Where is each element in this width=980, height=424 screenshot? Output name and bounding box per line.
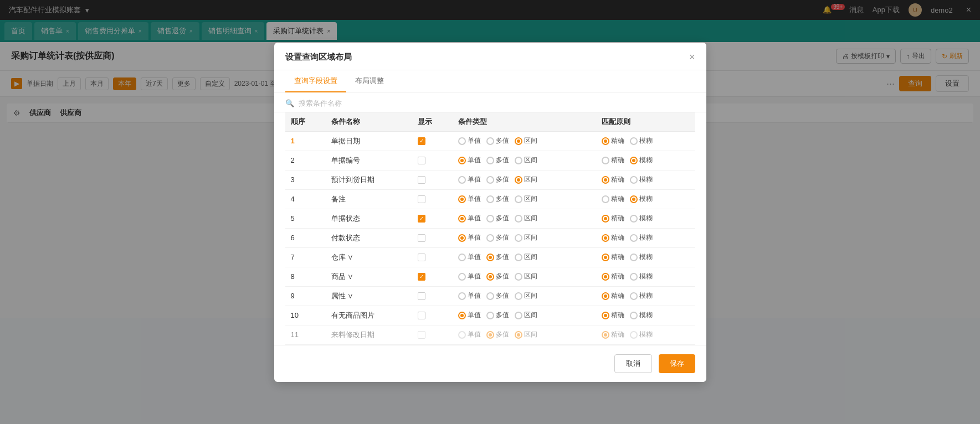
cell-match: 精确模糊 [596, 170, 695, 189]
modal-tab-query-fields-label: 查询字段设置 [294, 76, 337, 85]
radio-multi[interactable]: 多值 [486, 233, 509, 242]
cell-display[interactable] [412, 151, 453, 170]
cell-condition-type: 单值多值区间 [453, 209, 596, 228]
radio-circle-match-fuzzy [630, 176, 638, 184]
radio-match-exact[interactable]: 精确 [602, 214, 624, 223]
cell-name: 属性 ∨ [326, 286, 412, 306]
radio-circle-match-exact [602, 234, 609, 242]
radio-match-fuzzy[interactable]: 模糊 [630, 214, 653, 223]
cell-display[interactable]: ✓ [412, 267, 453, 286]
table-row: 7仓库 ∨单值多值区间精确模糊 [285, 247, 695, 267]
display-checkbox[interactable]: ✓ [418, 273, 425, 281]
cell-display[interactable] [412, 228, 453, 247]
radio-range[interactable]: 区间 [515, 136, 537, 146]
display-checkbox[interactable] [418, 176, 425, 184]
radio-single[interactable]: 单值 [458, 291, 481, 301]
modal-table: 顺序 条件名称 显示 条件类型 匹配原则 1单据日期✓单值多值区间精确模糊2单据… [285, 112, 695, 319]
radio-multi[interactable]: 多值 [486, 156, 509, 165]
cell-display[interactable] [412, 189, 453, 209]
radio-single[interactable]: 单值 [458, 136, 481, 146]
radio-circle-match-fuzzy [630, 137, 638, 145]
radio-circle-match-exact [602, 157, 609, 164]
th-name: 条件名称 [326, 112, 412, 132]
radio-match-fuzzy[interactable]: 模糊 [630, 175, 653, 184]
radio-single[interactable]: 单值 [458, 214, 481, 223]
radio-single[interactable]: 单值 [458, 175, 481, 184]
modal-tab-layout-label: 布局调整 [355, 76, 384, 85]
radio-circle-range [515, 215, 522, 223]
radio-range[interactable]: 区间 [515, 233, 537, 242]
radio-multi[interactable]: 多值 [486, 175, 509, 184]
radio-match-exact[interactable]: 精确 [602, 156, 624, 165]
radio-circle-single [458, 273, 466, 281]
cell-display[interactable] [412, 286, 453, 306]
radio-match-exact[interactable]: 精确 [602, 272, 624, 281]
modal-tab-query-fields[interactable]: 查询字段设置 [285, 70, 346, 92]
radio-circle-multi [486, 157, 494, 164]
radio-circle-match-fuzzy [630, 254, 638, 261]
radio-multi[interactable]: 多值 [486, 194, 509, 204]
radio-match-fuzzy[interactable]: 模糊 [630, 291, 653, 301]
modal-dialog: 设置查询区域布局 × 查询字段设置 布局调整 🔍 顺序 条件名称 [274, 43, 706, 319]
cell-display[interactable] [412, 247, 453, 267]
modal-tab-layout[interactable]: 布局调整 [346, 70, 393, 92]
th-display: 显示 [412, 112, 453, 132]
search-input[interactable] [299, 99, 695, 107]
radio-single[interactable]: 单值 [458, 194, 481, 204]
radio-match-fuzzy[interactable]: 模糊 [630, 252, 653, 262]
radio-range[interactable]: 区间 [515, 175, 537, 184]
cell-name: 单据状态 [326, 209, 412, 228]
radio-match-fuzzy[interactable]: 模糊 [630, 272, 653, 281]
radio-range[interactable]: 区间 [515, 272, 537, 281]
radio-circle-match-fuzzy [630, 215, 638, 223]
display-checkbox[interactable]: ✓ [418, 215, 425, 223]
radio-single[interactable]: 单值 [458, 252, 481, 262]
cell-order: 2 [285, 151, 326, 170]
radio-range[interactable]: 区间 [515, 194, 537, 204]
radio-multi[interactable]: 多值 [486, 214, 509, 223]
radio-match-exact[interactable]: 精确 [602, 136, 624, 146]
display-checkbox[interactable] [418, 254, 425, 261]
radio-match-exact[interactable]: 精确 [602, 233, 624, 242]
modal-close-icon[interactable]: × [689, 51, 695, 63]
display-checkbox[interactable] [418, 234, 425, 242]
display-checkbox[interactable] [418, 157, 425, 164]
radio-range[interactable]: 区间 [515, 214, 537, 223]
radio-match-exact[interactable]: 精确 [602, 175, 624, 184]
radio-match-exact[interactable]: 精确 [602, 311, 624, 318]
radio-match-exact[interactable]: 精确 [602, 291, 624, 301]
display-checkbox[interactable] [418, 312, 425, 319]
radio-range[interactable]: 区间 [515, 291, 537, 301]
cell-display[interactable]: ✓ [412, 131, 453, 151]
radio-single[interactable]: 单值 [458, 311, 481, 318]
cell-order: 6 [285, 228, 326, 247]
radio-circle-match-fuzzy [630, 292, 638, 300]
radio-range[interactable]: 区间 [515, 252, 537, 262]
modal-tabs: 查询字段设置 布局调整 [274, 70, 706, 92]
radio-match-fuzzy[interactable]: 模糊 [630, 194, 653, 204]
radio-match-fuzzy[interactable]: 模糊 [630, 311, 653, 318]
radio-multi[interactable]: 多值 [486, 311, 509, 318]
radio-match-fuzzy[interactable]: 模糊 [630, 233, 653, 242]
radio-multi[interactable]: 多值 [486, 272, 509, 281]
radio-single[interactable]: 单值 [458, 272, 481, 281]
radio-match-exact[interactable]: 精确 [602, 252, 624, 262]
display-checkbox[interactable] [418, 292, 425, 300]
radio-circle-single [458, 137, 466, 145]
display-checkbox[interactable]: ✓ [418, 137, 425, 145]
radio-match-fuzzy[interactable]: 模糊 [630, 156, 653, 165]
radio-range[interactable]: 区间 [515, 156, 537, 165]
radio-single[interactable]: 单值 [458, 156, 481, 165]
cell-display[interactable]: ✓ [412, 209, 453, 228]
radio-range[interactable]: 区间 [515, 311, 537, 318]
cell-display[interactable] [412, 170, 453, 189]
cell-display[interactable] [412, 306, 453, 318]
radio-multi[interactable]: 多值 [486, 136, 509, 146]
radio-match-exact[interactable]: 精确 [602, 194, 624, 204]
radio-multi[interactable]: 多值 [486, 291, 509, 301]
radio-multi[interactable]: 多值 [486, 252, 509, 262]
radio-single[interactable]: 单值 [458, 233, 481, 242]
display-checkbox[interactable] [418, 195, 425, 203]
modal-header: 设置查询区域布局 × [274, 43, 706, 70]
radio-match-fuzzy[interactable]: 模糊 [630, 136, 653, 146]
